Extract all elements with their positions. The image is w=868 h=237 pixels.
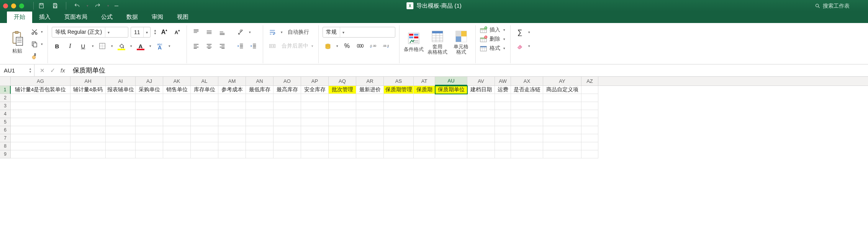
close-window-button[interactable] [3, 3, 8, 8]
decrease-decimal-button[interactable]: .00.0 [381, 41, 391, 51]
cell[interactable] [356, 110, 384, 118]
delete-cells-button[interactable]: 删除▾ [480, 35, 506, 44]
cell[interactable] [581, 110, 598, 118]
column-header[interactable]: AL [191, 77, 218, 86]
cell[interactable] [543, 126, 581, 134]
cell[interactable] [246, 102, 274, 110]
cell[interactable] [191, 142, 218, 150]
cell[interactable] [543, 118, 581, 126]
align-right-button[interactable] [217, 41, 228, 51]
column-header[interactable]: AK [163, 77, 191, 86]
column-header[interactable]: AT [414, 77, 435, 86]
column-header[interactable]: AJ [136, 77, 163, 86]
undo-button[interactable] [72, 2, 82, 10]
cell[interactable] [191, 94, 218, 102]
cell[interactable] [274, 142, 301, 150]
cell[interactable] [301, 150, 329, 158]
font-color-button[interactable]: A [135, 41, 146, 51]
column-header[interactable]: AH [70, 77, 106, 86]
column-header[interactable]: AQ [329, 77, 356, 86]
cell[interactable] [301, 126, 329, 134]
column-header[interactable]: AR [356, 77, 384, 86]
cell[interactable] [581, 134, 598, 142]
column-header[interactable]: AI [106, 77, 136, 86]
cut-button[interactable] [29, 27, 40, 37]
row-header[interactable]: 8 [0, 142, 11, 150]
cell[interactable] [511, 150, 543, 158]
enter-formula-button[interactable]: ✓ [50, 67, 55, 74]
cell[interactable] [467, 126, 495, 134]
cell[interactable]: 保质期管理 [384, 86, 414, 94]
cell[interactable] [301, 118, 329, 126]
cell[interactable] [191, 102, 218, 110]
fill-color-button[interactable] [116, 41, 127, 51]
cell[interactable] [70, 110, 106, 118]
cell[interactable]: 参考成本 [218, 86, 246, 94]
cell[interactable] [218, 142, 246, 150]
cell[interactable] [191, 110, 218, 118]
cell[interactable] [511, 94, 543, 102]
paste-dropdown[interactable]: ▾ [40, 27, 44, 37]
orientation-dropdown[interactable]: ▾ [248, 30, 252, 34]
cell[interactable] [414, 94, 435, 102]
search-input[interactable] [823, 3, 865, 9]
cell[interactable] [106, 126, 136, 134]
cell[interactable] [136, 126, 163, 134]
clear-button[interactable] [514, 41, 525, 51]
tab-home[interactable]: 开始 [7, 11, 32, 23]
cell[interactable]: 安全库存 [301, 86, 329, 94]
cell[interactable] [274, 134, 301, 142]
cell[interactable] [356, 118, 384, 126]
cell[interactable] [246, 118, 274, 126]
cell[interactable] [218, 94, 246, 102]
undo-dropdown[interactable]: ▾ [85, 4, 89, 8]
cell[interactable] [136, 134, 163, 142]
cell[interactable] [581, 142, 598, 150]
font-color-dropdown[interactable]: ▾ [148, 44, 152, 48]
row-header[interactable]: 3 [0, 102, 11, 110]
align-top-button[interactable] [191, 27, 201, 37]
format-cells-button[interactable]: 格式▾ [480, 44, 506, 53]
cell-styles-button[interactable]: 单元格 格式 [451, 25, 472, 60]
cell[interactable] [543, 134, 581, 142]
cell[interactable] [495, 126, 511, 134]
cell[interactable] [384, 134, 414, 142]
cell[interactable] [511, 110, 543, 118]
cell[interactable] [70, 134, 106, 142]
column-header[interactable]: AX [511, 77, 543, 86]
cell[interactable] [435, 150, 467, 158]
cell[interactable]: 库存单位 [191, 86, 218, 94]
align-bottom-button[interactable] [217, 27, 228, 37]
cell[interactable] [218, 118, 246, 126]
cell[interactable] [301, 94, 329, 102]
cell[interactable] [435, 126, 467, 134]
cell[interactable]: 是否走冻链 [511, 86, 543, 94]
column-header[interactable]: AU [435, 77, 467, 86]
cell[interactable]: 最低库存 [246, 86, 274, 94]
cell[interactable] [163, 102, 191, 110]
cell[interactable] [435, 102, 467, 110]
copy-dropdown[interactable]: ▾ [40, 39, 44, 49]
cell[interactable]: 商品自定义项 [543, 86, 581, 94]
spreadsheet-grid[interactable]: AGAHAIAJAKALAMANAOAPAQARASATAUAVAWAXAYAZ… [0, 77, 868, 158]
comma-style-button[interactable]: 000 [355, 41, 365, 51]
column-header[interactable]: AZ [581, 77, 598, 86]
name-box[interactable]: AU1 ▲▼ [0, 64, 34, 76]
cell[interactable] [329, 142, 356, 150]
cell[interactable] [356, 150, 384, 158]
cell[interactable] [356, 102, 384, 110]
cell[interactable] [11, 94, 70, 102]
bold-button[interactable]: B [52, 41, 62, 51]
redo-button[interactable] [92, 2, 103, 10]
phonetic-dropdown[interactable]: ▾ [167, 44, 171, 48]
tab-view[interactable]: 视图 [170, 11, 195, 23]
row-header[interactable]: 1 [0, 86, 11, 94]
cell[interactable] [246, 94, 274, 102]
cell[interactable] [329, 126, 356, 134]
format-dropdown[interactable]: ▾ [503, 46, 506, 50]
font-name-selector[interactable]: 等线 Regular (正文)▾ [52, 27, 128, 38]
paste-button[interactable]: 粘贴 [7, 25, 28, 60]
cancel-formula-button[interactable]: ✕ [40, 67, 45, 74]
autosum-dropdown[interactable]: ▾ [527, 30, 531, 34]
cell[interactable] [11, 150, 70, 158]
